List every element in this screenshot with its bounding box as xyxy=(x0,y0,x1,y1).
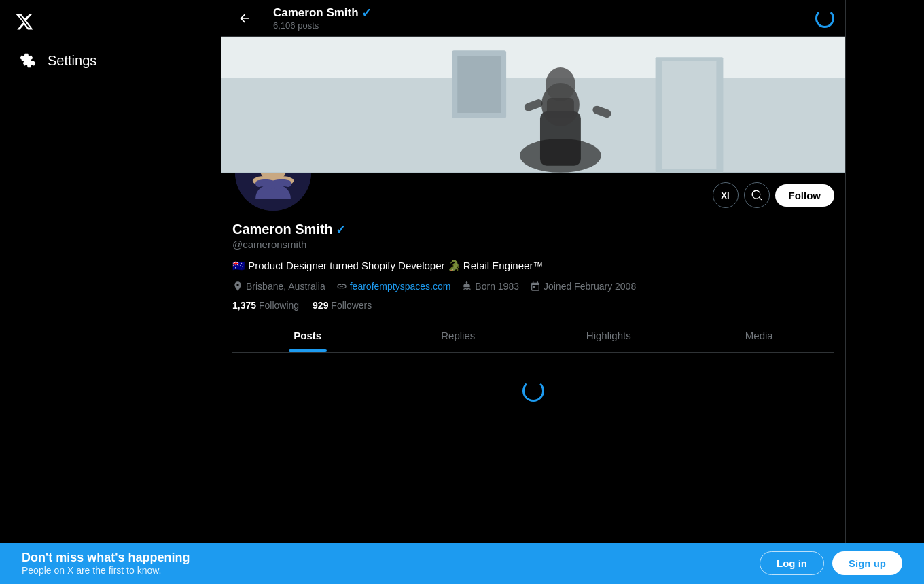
right-panel xyxy=(846,0,924,584)
followers-label: Followers xyxy=(331,300,372,311)
xi-label: XI xyxy=(721,190,729,201)
born-text: Born 1983 xyxy=(475,281,519,292)
born-meta: Born 1983 xyxy=(461,281,519,292)
posts-loading-area xyxy=(232,353,834,429)
x-logo-icon xyxy=(15,12,34,31)
back-arrow-icon xyxy=(238,12,251,25)
profile-name: Cameron Smith ✓ xyxy=(232,222,834,237)
location-text: Brisbane, Australia xyxy=(246,281,325,292)
search-icon xyxy=(751,189,763,201)
main-content: Cameron Smith ✓ 6,106 posts xyxy=(221,0,846,584)
bottom-bar-actions: Log in Sign up xyxy=(760,551,902,575)
website-link[interactable]: fearofemptyspaces.com xyxy=(350,281,451,292)
profile-body: XI Follow Cameron Smith ✓ @cameronsmith … xyxy=(221,132,845,429)
following-stat[interactable]: 1,375 Following xyxy=(232,300,299,311)
header-profile-info: Cameron Smith ✓ 6,106 posts xyxy=(273,5,799,31)
profile-handle: @cameronsmith xyxy=(232,239,834,250)
x-logo-button[interactable] xyxy=(8,5,41,38)
profile-banner xyxy=(221,37,845,173)
follow-button[interactable]: Follow xyxy=(775,184,835,207)
profile-meta: Brisbane, Australia fearofemptyspaces.co… xyxy=(232,281,834,292)
header-name: Cameron Smith ✓ xyxy=(273,5,799,20)
tab-replies[interactable]: Replies xyxy=(383,319,534,352)
gear-icon xyxy=(19,52,37,69)
tab-highlights[interactable]: Highlights xyxy=(533,319,684,352)
bottom-bar-title: Don't miss what's happening xyxy=(22,551,190,565)
header-verified-badge: ✓ xyxy=(361,5,372,20)
joined-text: Joined February 2008 xyxy=(544,281,636,292)
profile-bio: 🇦🇺 Product Designer turned Shopify Devel… xyxy=(232,258,834,273)
sidebar: Settings xyxy=(0,0,221,584)
followers-stat[interactable]: 929 Followers xyxy=(313,300,372,311)
settings-label: Settings xyxy=(48,53,96,69)
calendar-icon xyxy=(530,281,541,292)
tab-media[interactable]: Media xyxy=(684,319,835,352)
location-meta: Brisbane, Australia xyxy=(232,281,325,292)
birthday-icon xyxy=(461,281,472,292)
link-icon xyxy=(336,281,347,292)
login-button[interactable]: Log in xyxy=(760,551,824,575)
bottom-bar: Don't miss what's happening People on X … xyxy=(0,543,924,584)
back-button[interactable] xyxy=(232,6,257,31)
profile-verified-badge: ✓ xyxy=(336,222,346,237)
bottom-bar-text: Don't miss what's happening People on X … xyxy=(22,551,190,576)
location-icon xyxy=(232,281,243,292)
bottom-bar-subtitle: People on X are the first to know. xyxy=(22,565,190,576)
tab-posts[interactable]: Posts xyxy=(232,319,383,352)
xi-icon-button[interactable]: XI xyxy=(713,182,739,208)
profile-tabs: Posts Replies Highlights Media xyxy=(232,319,834,353)
profile-stats: 1,375 Following 929 Followers xyxy=(232,300,834,311)
joined-meta: Joined February 2008 xyxy=(530,281,636,292)
posts-loading-spinner xyxy=(522,380,544,402)
followers-count: 929 xyxy=(313,300,328,311)
header-name-text: Cameron Smith xyxy=(273,6,359,20)
following-count: 1,375 xyxy=(232,300,256,311)
website-meta[interactable]: fearofemptyspaces.com xyxy=(336,281,451,292)
header-right xyxy=(815,9,834,28)
svg-rect-2 xyxy=(221,37,845,78)
banner-image xyxy=(221,37,845,173)
profile-name-text: Cameron Smith xyxy=(232,222,333,237)
svg-rect-4 xyxy=(662,61,717,169)
signup-button[interactable]: Sign up xyxy=(832,551,902,575)
header-posts-count: 6,106 posts xyxy=(273,20,799,31)
profile-header-bar: Cameron Smith ✓ 6,106 posts xyxy=(221,0,845,37)
action-buttons: XI Follow xyxy=(713,182,835,213)
sidebar-item-settings[interactable]: Settings xyxy=(8,44,213,78)
svg-rect-6 xyxy=(457,56,501,113)
search-icon-button[interactable] xyxy=(744,182,770,208)
header-loading-spinner xyxy=(815,9,834,28)
following-label: Following xyxy=(259,300,299,311)
svg-point-10 xyxy=(546,67,575,101)
banner-illustration xyxy=(221,37,845,173)
svg-rect-11 xyxy=(547,98,574,118)
